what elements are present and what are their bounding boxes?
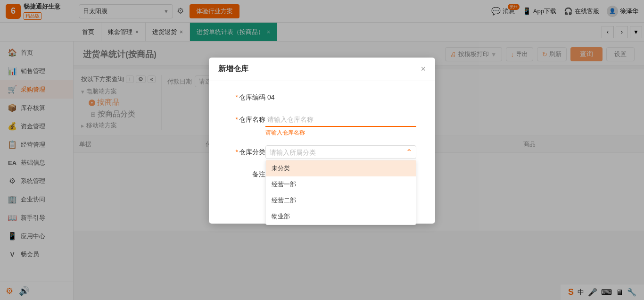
name-wrap: 请输入仓库名称: [265, 113, 416, 137]
category-input[interactable]: [270, 149, 406, 156]
category-wrap: ⌃ 未分类 经营一部 经营二部 物业部: [265, 145, 416, 159]
form-row-name: *仓库名称 请输入仓库名称: [228, 113, 416, 137]
remark-label: 备注: [228, 167, 265, 179]
modal-header: 新增仓库 ×: [209, 58, 435, 81]
dropdown-option-2[interactable]: 经营二部: [266, 192, 416, 208]
modal-overlay: 新增仓库 × *仓库编码 *仓库名称 请输入仓库名称: [0, 0, 644, 300]
modal-title: 新增仓库: [218, 64, 248, 74]
category-label: *仓库分类: [228, 145, 265, 157]
category-dropdown-arrow[interactable]: ⌃: [406, 148, 412, 157]
category-dropdown-list: 未分类 经营一部 经营二部 物业部: [265, 160, 416, 225]
name-label: *仓库名称: [228, 113, 265, 124]
modal-body: *仓库编码 *仓库名称 请输入仓库名称 *仓库分类: [209, 81, 435, 194]
name-error-tip: 请输入仓库名称: [265, 129, 416, 137]
warehouse-code-input[interactable]: [265, 91, 416, 104]
modal-close-button[interactable]: ×: [421, 64, 426, 74]
form-row-category: *仓库分类 ⌃ 未分类 经营一部 经营二部 物业部: [228, 145, 416, 159]
code-label: *仓库编码: [228, 91, 265, 102]
dropdown-option-0[interactable]: 未分类: [266, 160, 416, 176]
add-warehouse-modal: 新增仓库 × *仓库编码 *仓库名称 请输入仓库名称: [209, 58, 435, 224]
warehouse-name-input[interactable]: [265, 113, 416, 127]
form-row-code: *仓库编码: [228, 91, 416, 104]
category-input-row: ⌃: [265, 145, 416, 159]
code-wrap: [265, 91, 416, 104]
dropdown-option-1[interactable]: 经营一部: [266, 176, 416, 192]
dropdown-option-3[interactable]: 物业部: [266, 208, 416, 225]
